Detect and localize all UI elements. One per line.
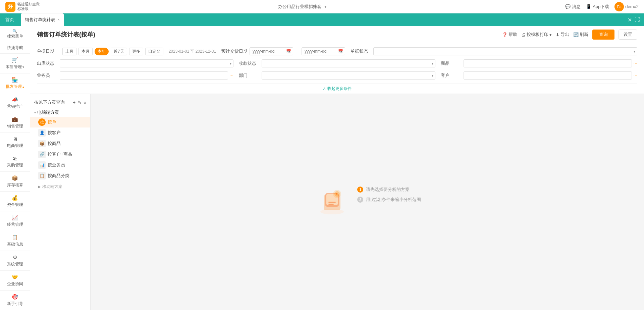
department-wrapper[interactable]: ▾ [262,71,435,80]
payment-status-wrapper[interactable]: ▾ [262,59,435,67]
logo-area: 好 畅捷通好生意 标准版 [5,2,40,12]
window-maximize-button[interactable]: ⛶ [635,17,640,23]
ship-status-input[interactable] [60,59,233,67]
sidebar-item-marketing[interactable]: 📣 营销推广 [0,93,30,113]
this-month-btn[interactable]: 本月 [78,48,93,55]
goods-wrapper[interactable]: ··· [464,59,637,67]
empty-tips: 1 请先选择要分析的方案 2 用[过滤]条件来缩小分析范围 [357,183,421,203]
basic-info-icon: 📋 [12,235,18,241]
salesperson-label: 业务员 [37,72,57,79]
collapse-panel-button[interactable]: « [84,100,86,105]
export-button[interactable]: ⬇ 导出 [556,32,569,38]
search-icon: 🔍 [12,29,17,34]
collapse-bar[interactable]: ∧ 收起更多条件 [37,84,637,94]
top-center[interactable]: 办公用品行业模拟账套 ▾ [278,4,327,10]
sidebar-item-wholesale[interactable]: 🏪 批发管理 ▴ [0,73,30,93]
this-year-btn[interactable]: 本年 [95,48,109,55]
salesperson-wrapper[interactable]: ··· [60,71,233,80]
active-tab-label: 销售订单统计表 [25,17,55,23]
scheme-by-goods-category[interactable]: 📋 按商品分类 [30,170,90,181]
goods-input[interactable] [464,59,632,67]
logo-text: 畅捷通好生意 标准版 [17,2,40,11]
settings-button[interactable]: 设置 [619,30,637,40]
user-menu[interactable]: Ea demo2 [614,2,639,11]
last-month-btn[interactable]: 上月 [62,48,76,55]
doc-status-input[interactable] [373,47,637,55]
sidebar-item-enterprise[interactable]: 🤝 企业协同 [0,271,30,291]
salesperson-more-dots[interactable]: ··· [229,73,233,78]
tab-close-button[interactable]: × [57,17,60,22]
left-panel-header: 按以下方案查询 + ✎ « [30,97,90,108]
query-button[interactable]: 查询 [592,30,614,40]
pc-section-header[interactable]: ▾ 电脑端方案 [30,108,90,117]
logo-icon: 好 [5,2,15,12]
doc-status-label: 单据状态 [351,48,371,54]
sidebar-item-newbie[interactable]: 🎯 新手引导 [0,291,30,310]
ship-status-wrapper[interactable]: ▾ [60,59,233,67]
filter-row-2: 出库状态 ▾ 收款状态 ▾ 商品 [37,59,637,67]
doc-status-wrapper[interactable]: ▾ [373,47,637,55]
app-download-button[interactable]: 📱 App下载 [586,4,609,10]
industry-dropdown-icon[interactable]: ▾ [324,4,327,9]
date-group: 上月 本月 本年 近7天 更多 自定义 [62,48,163,55]
sidebar-item-system[interactable]: ⚙ 系统管理 [0,251,30,271]
customer-wrapper[interactable]: ··· [464,71,637,80]
enterprise-icon: 🤝 [12,274,18,280]
tree-section: ▾ 电脑端方案 按 按单 👤 按客户 📦 按商品 [30,108,90,191]
tab-home[interactable]: 首页 [0,13,19,26]
tab-active[interactable]: 销售订单统计表 × [21,13,64,26]
goods-more-dots[interactable]: ··· [633,61,637,66]
customer-more-dots[interactable]: ··· [633,73,637,78]
custom-btn[interactable]: 自定义 [145,48,163,55]
quick-nav-button[interactable]: 快捷导航 [0,42,30,54]
scheme-by-salesperson[interactable]: 📊 按业务员 [30,160,90,170]
content-body: ! 1 请先选择要分析的方案 2 用[过滤]条件来缩小分析范围 [91,94,644,310]
more-btn[interactable]: 更多 [129,48,143,55]
department-label: 部门 [239,72,259,79]
collapse-up-icon: ∧ [323,86,327,91]
message-button[interactable]: 💬 消息 [565,4,581,10]
edit-scheme-button[interactable]: ✎ [77,100,82,105]
page-actions: ❓ 帮助 🖨 按模板打印 ▾ ⬇ 导出 🔄 刷新 查询 设置 [502,30,637,40]
scheme-by-order[interactable]: 按 按单 [30,117,90,127]
scheme-by-customer[interactable]: 👤 按客户 [30,127,90,138]
sidebar-item-ecommerce[interactable]: 🖥 电商管理 [0,133,30,152]
ecommerce-icon: 🖥 [12,136,17,142]
ship-status-filter: 出库状态 ▾ [37,59,233,67]
sidebar-item-finance[interactable]: 💰 资金管理 [0,192,30,211]
department-input[interactable] [262,71,435,80]
sales-icon: 💼 [12,116,18,122]
help-button[interactable]: ❓ 帮助 [502,32,517,38]
payment-status-label: 收款状态 [239,60,259,66]
window-close-button[interactable]: ✕ [628,17,632,23]
payment-status-input[interactable] [262,59,435,67]
sidebar-item-basic-info[interactable]: 📋 基础信息 [0,231,30,251]
refresh-button[interactable]: 🔄 刷新 [573,32,588,38]
sidebar-item-retail[interactable]: 🛒 零售管理 ▾ [0,54,30,73]
tab-bar: 首页 销售订单统计表 × ✕ ⛶ [0,13,644,26]
empty-state: ! 1 请先选择要分析的方案 2 用[过滤]条件来缩小分析范围 [300,170,434,235]
mobile-section-header[interactable]: ▶ 移动端方案 [30,183,90,191]
salesperson-input[interactable] [60,71,228,80]
print-chevron-icon: ▾ [549,32,552,37]
scheme-by-goods[interactable]: 📦 按商品 [30,138,90,149]
date-range-text: 2023-01-01 至 2023-12-31 [169,49,216,54]
expected-date-from-wrapper: 📅 [250,47,293,55]
add-scheme-button[interactable]: + [73,100,75,105]
search-menu-button[interactable]: 🔍 搜索菜单 [0,26,30,42]
salesperson-scheme-icon: 📊 [38,161,46,169]
sidebar-item-purchase[interactable]: 🛍 采购管理 [0,152,30,172]
sidebar-item-operations[interactable]: 📈 经营管理 [0,211,30,231]
scheme-by-customer-goods[interactable]: 🔗 按客户+商品 [30,149,90,160]
arrow-right-icon: ▶ [38,185,41,189]
goods-category-scheme-icon: 📋 [38,172,46,179]
last7-btn[interactable]: 近7天 [111,48,127,55]
sidebar-item-inventory[interactable]: 📦 库存核算 [0,172,30,192]
customer-input[interactable] [464,71,632,80]
calendar-icon-2: 📅 [338,49,343,54]
empty-illustration: ! [314,183,351,221]
template-print-button[interactable]: 🖨 按模板打印 ▾ [521,32,552,38]
sidebar-item-sales[interactable]: 💼 销售管理 [0,113,30,133]
expected-date-label: 预计交货日期 [221,48,248,54]
department-filter: 部门 ▾ [239,71,435,80]
